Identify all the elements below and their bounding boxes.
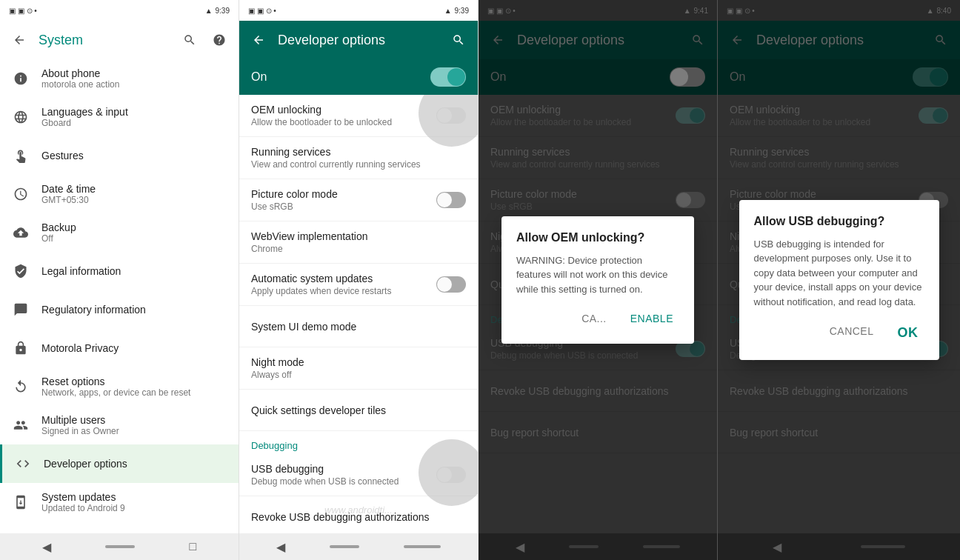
toggle-thumb-on-2 xyxy=(447,68,465,86)
sidebar-item-languages[interactable]: Languages & input Gboard xyxy=(0,98,239,136)
regulatory-icon xyxy=(12,301,30,319)
recents-nav-2[interactable] xyxy=(404,545,441,548)
revoke-usb-text: Revoke USB debugging authorizations xyxy=(251,511,466,523)
system-updates-label: System updates xyxy=(41,491,125,503)
language-icon xyxy=(12,108,30,126)
system-updates-text: System updates Updated to Android 9 xyxy=(41,491,125,513)
time-2: 9:39 xyxy=(455,7,469,15)
search-button-2[interactable] xyxy=(448,30,469,50)
about-phone-sublabel: motorola one action xyxy=(41,79,119,90)
panel-system: ▣ ▣ ⊙ • ▲ 9:39 System About phone motoro… xyxy=(0,0,239,560)
sidebar-item-gestures[interactable]: Gestures xyxy=(0,136,239,175)
status-icons-left: ▣ ▣ ⊙ • xyxy=(9,7,37,15)
sidebar-item-system-updates[interactable]: System updates Updated to Android 9 xyxy=(0,483,239,521)
sidebar-item-backup[interactable]: Backup Off xyxy=(0,213,239,252)
oem-label: OEM unlocking xyxy=(251,104,436,116)
auto-updates-toggle[interactable] xyxy=(436,276,466,293)
back-button-2[interactable] xyxy=(248,30,269,50)
usb-toggle-thumb xyxy=(437,467,452,482)
auto-updates-text: Automatic system updates Apply updates w… xyxy=(251,273,436,296)
oem-dialog-overlay: Allow OEM unlocking? WARNING: Device pro… xyxy=(479,0,717,560)
oem-toggle[interactable] xyxy=(436,107,466,124)
home-nav-2[interactable] xyxy=(330,545,359,548)
oem-toggle-thumb xyxy=(437,108,452,123)
page-title-system: System xyxy=(39,33,83,48)
picture-toggle[interactable] xyxy=(436,192,466,208)
recents-nav-1[interactable]: □ xyxy=(190,540,197,553)
setting-night-mode[interactable]: Night mode Always off xyxy=(239,347,478,390)
search-button-1[interactable] xyxy=(179,30,200,50)
languages-sublabel: Gboard xyxy=(41,118,128,128)
oem-sublabel: Allow the bootloader to be unlocked xyxy=(251,117,436,127)
oem-dialog-body: WARNING: Device protection features will… xyxy=(516,253,679,297)
night-mode-sublabel: Always off xyxy=(251,370,466,380)
languages-text: Languages & input Gboard xyxy=(41,106,128,128)
oem-cancel-button[interactable]: Ca... xyxy=(576,308,613,329)
sidebar-item-regulatory[interactable]: Regulatory information xyxy=(0,290,239,329)
about-phone-text: About phone motorola one action xyxy=(41,67,119,90)
setting-oem[interactable]: OEM unlocking Allow the bootloader to be… xyxy=(239,95,478,137)
usb-dialog-actions: Cancel OK xyxy=(754,321,924,345)
sidebar-item-developer[interactable]: Developer options xyxy=(0,444,239,483)
about-phone-label: About phone xyxy=(41,67,119,79)
ui-demo-label: System UI demo mode xyxy=(251,321,466,333)
usb-dialog-title: Allow USB debugging? xyxy=(754,215,924,228)
privacy-icon xyxy=(12,339,30,357)
wifi-icon: ▲ xyxy=(205,7,213,15)
sidebar-list: About phone motorola one action Language… xyxy=(0,59,239,533)
regulatory-label: Regulatory information xyxy=(41,304,146,316)
setting-webview[interactable]: WebView implementation Chrome xyxy=(239,221,478,264)
sidebar-item-reset[interactable]: Reset options Network, apps, or device c… xyxy=(0,367,239,406)
sidebar-item-users[interactable]: Multiple users Signed in as Owner xyxy=(0,406,239,444)
sidebar-item-about-phone[interactable]: About phone motorola one action xyxy=(0,59,239,98)
setting-ui-demo[interactable]: System UI demo mode xyxy=(239,306,478,347)
sidebar-item-datetime[interactable]: Date & time GMT+05:30 xyxy=(0,175,239,213)
notif-icons: ▣ ▣ ⊙ • xyxy=(9,7,37,15)
setting-usb[interactable]: USB debugging Debug mode when USB is con… xyxy=(239,454,478,496)
help-button[interactable] xyxy=(209,30,230,50)
running-label: Running services xyxy=(251,146,466,158)
sidebar-item-privacy[interactable]: Motorola Privacy xyxy=(0,329,239,367)
revoke-usb-label: Revoke USB debugging authorizations xyxy=(251,511,466,523)
back-button-1[interactable] xyxy=(9,30,30,50)
on-row-2: On xyxy=(239,59,478,95)
usb-cancel-button[interactable]: Cancel xyxy=(824,321,880,345)
usb-text: USB debugging Debug mode when USB is con… xyxy=(251,463,436,487)
picture-sublabel: Use sRGB xyxy=(251,201,436,212)
settings-list-2: OEM unlocking Allow the bootloader to be… xyxy=(239,95,478,533)
users-sublabel: Signed in as Owner xyxy=(41,426,119,436)
usb-ok-button[interactable]: OK xyxy=(892,321,924,345)
setting-quick-tiles[interactable]: Quick settings developer tiles xyxy=(239,390,478,431)
on-toggle-2[interactable] xyxy=(430,67,466,87)
nav-bar-1: ◀ □ xyxy=(0,533,239,560)
auto-updates-sublabel: Apply updates when device restarts xyxy=(251,286,436,296)
usb-dialog: Allow USB debugging? USB debugging is in… xyxy=(739,200,939,361)
usb-toggle[interactable] xyxy=(436,467,466,483)
ui-demo-text: System UI demo mode xyxy=(251,321,466,333)
setting-revoke-usb[interactable]: Revoke USB debugging authorizations xyxy=(239,496,478,533)
sidebar-item-legal[interactable]: Legal information xyxy=(0,252,239,290)
picture-text: Picture color mode Use sRGB xyxy=(251,188,436,212)
back-nav-2[interactable]: ◀ xyxy=(276,540,285,554)
usb-label: USB debugging xyxy=(251,463,436,475)
auto-updates-label: Automatic system updates xyxy=(251,273,436,284)
setting-auto-updates[interactable]: Automatic system updates Apply updates w… xyxy=(239,264,478,306)
users-label: Multiple users xyxy=(41,414,119,426)
running-sublabel: View and control currently running servi… xyxy=(251,159,466,170)
privacy-text: Motorola Privacy xyxy=(41,342,119,354)
top-bar-dev: Developer options xyxy=(239,21,478,59)
setting-running[interactable]: Running services View and control curren… xyxy=(239,137,478,179)
on-label-2: On xyxy=(251,70,267,84)
datetime-label: Date & time xyxy=(41,183,96,195)
status-bar-1: ▣ ▣ ⊙ • ▲ 9:39 xyxy=(0,0,239,21)
info-icon xyxy=(12,70,30,87)
oem-row-wrapper: OEM unlocking Allow the bootloader to be… xyxy=(239,95,478,137)
developer-label: Developer options xyxy=(44,458,127,470)
setting-picture[interactable]: Picture color mode Use sRGB xyxy=(239,179,478,221)
picture-toggle-thumb xyxy=(437,193,452,207)
datetime-text: Date & time GMT+05:30 xyxy=(41,183,96,205)
oem-enable-button[interactable]: Enable xyxy=(624,308,679,329)
home-nav-1[interactable] xyxy=(105,545,135,548)
page-title-dev: Developer options xyxy=(278,33,439,48)
back-nav-1[interactable]: ◀ xyxy=(42,540,51,554)
